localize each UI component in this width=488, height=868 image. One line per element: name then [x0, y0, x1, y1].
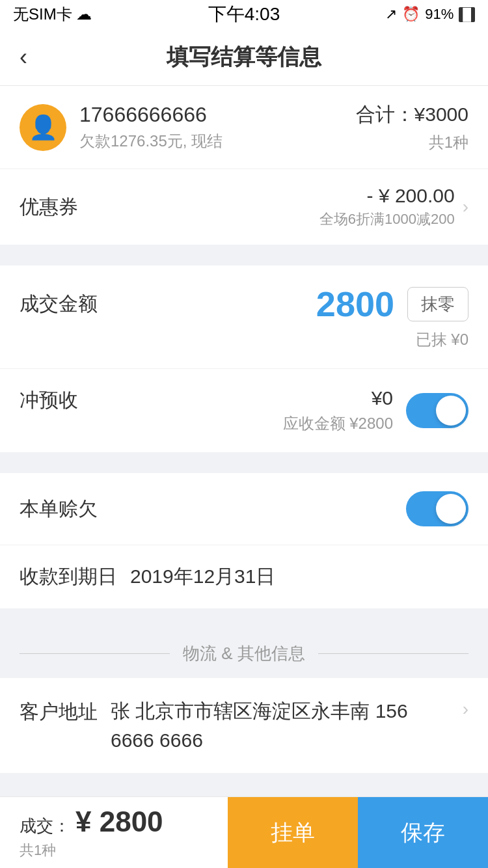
status-left: 无SIM卡 ☁: [13, 4, 92, 25]
prepaid-sub: 应收金额 ¥2800: [283, 413, 393, 434]
divider-3: [0, 619, 488, 629]
nav-bar: ‹ 填写结算等信息: [0, 29, 488, 86]
logistics-section: 物流 & 其他信息: [0, 629, 488, 678]
debt-label: 本单赊欠: [20, 496, 98, 522]
customer-row: 👤 17666666666 欠款1276.35元, 现结 合计：¥3000 共1…: [0, 86, 488, 169]
alarm-icon: ⏰: [402, 6, 420, 23]
save-button[interactable]: 保存: [358, 797, 488, 869]
customer-info: 17666666666 欠款1276.35元, 现结: [79, 103, 223, 152]
toggle-thumb: [436, 396, 466, 426]
battery-status: 91%: [425, 6, 454, 23]
prepaid-info: ¥0 应收金额 ¥2800: [283, 387, 393, 434]
avatar: 👤: [20, 104, 66, 151]
footer-deal-label: 成交：: [20, 815, 70, 837]
address-row[interactable]: 客户地址 张 北京市市辖区海淀区永丰南 156 6666 6666 ›: [0, 678, 488, 773]
due-date-section: 收款到期日 2019年12月31日: [0, 545, 488, 608]
divider-2: [0, 463, 488, 473]
coupon-description: 全场6折满1000减200: [319, 210, 455, 229]
footer-deal-amount: ¥ 2800: [75, 806, 163, 838]
transaction-sub: 已抹 ¥0: [20, 329, 468, 350]
address-value: 张 北京市市辖区海淀区永丰南 156 6666 6666: [111, 696, 450, 755]
coupon-row[interactable]: 优惠券 - ¥ 200.00 全场6折满1000减200 ›: [0, 169, 488, 245]
logistics-line-right: [318, 653, 468, 654]
coupon-chevron-icon: ›: [463, 197, 468, 217]
debt-row: 本单赊欠: [0, 473, 488, 545]
footer-count: 共1种: [20, 841, 208, 860]
prepaid-toggle[interactable]: [406, 393, 468, 428]
status-bar: 无SIM卡 ☁ 下午4:03 ↗ ⏰ 91% █: [0, 0, 488, 29]
back-button[interactable]: ‹: [20, 44, 27, 71]
battery-icon: █: [459, 7, 475, 22]
total-count: 共1种: [356, 132, 468, 153]
customer-debt: 欠款1276.35元, 现结: [79, 131, 223, 152]
logistics-label: 物流 & 其他信息: [183, 642, 305, 665]
address-section: 客户地址 张 北京市市辖区海淀区永丰南 156 6666 6666 ›: [0, 678, 488, 773]
coupon-label: 优惠券: [20, 194, 78, 221]
divider-1: [0, 255, 488, 265]
transaction-row: 成交金额 2800 抹零: [20, 284, 468, 324]
status-time: 下午4:03: [208, 2, 280, 27]
debt-toggle-thumb: [436, 494, 466, 524]
prepaid-row: 冲预收 ¥0 应收金额 ¥2800: [0, 368, 488, 452]
due-date-content: 收款到期日 2019年12月31日: [20, 563, 468, 590]
transaction-amount: 2800: [316, 284, 394, 324]
page-title: 填写结算等信息: [167, 42, 321, 72]
location-icon: ↗: [385, 6, 397, 23]
customer-phone: 17666666666: [79, 103, 223, 127]
total-amount: 合计：¥3000: [356, 102, 468, 128]
address-label: 客户地址: [20, 696, 98, 726]
coupon-discount: - ¥ 200.00 全场6折满1000减200: [319, 185, 455, 229]
amount-right: 2800 抹零: [316, 284, 468, 324]
coupon-value: - ¥ 200.00: [319, 185, 455, 207]
coupon-right: - ¥ 200.00 全场6折满1000减200 ›: [319, 185, 468, 229]
prepaid-label: 冲预收: [20, 387, 78, 414]
customer-section: 👤 17666666666 欠款1276.35元, 现结 合计：¥3000 共1…: [0, 86, 488, 245]
debt-toggle[interactable]: [406, 491, 468, 526]
round-button[interactable]: 抹零: [407, 287, 468, 321]
prepaid-right: ¥0 应收金额 ¥2800: [283, 387, 468, 434]
due-date-value: 2019年12月31日: [130, 563, 275, 590]
transaction-section: 成交金额 2800 抹零 已抹 ¥0 冲预收 ¥0 应收金额 ¥2800: [0, 265, 488, 452]
customer-left: 👤 17666666666 欠款1276.35元, 现结: [20, 103, 223, 152]
due-date-label: 收款到期日: [20, 563, 117, 590]
footer-summary: 成交： ¥ 2800 共1种: [0, 806, 228, 860]
address-chevron-icon: ›: [463, 696, 468, 720]
transaction-row-wrapper: 成交金额 2800 抹零 已抹 ¥0: [0, 265, 488, 368]
debt-section: 本单赊欠 收款到期日 2019年12月31日: [0, 473, 488, 608]
customer-right: 合计：¥3000 共1种: [356, 102, 468, 153]
pending-button[interactable]: 挂单: [228, 797, 358, 869]
footer-deal: 成交： ¥ 2800: [20, 806, 208, 838]
prepaid-value: ¥0: [283, 387, 393, 409]
transaction-label: 成交金额: [20, 291, 98, 318]
sim-status: 无SIM卡 ☁: [13, 4, 92, 25]
status-right: ↗ ⏰ 91% █: [385, 6, 475, 23]
footer-bar: 成交： ¥ 2800 共1种 挂单 保存: [0, 796, 488, 868]
logistics-line-left: [20, 653, 170, 654]
